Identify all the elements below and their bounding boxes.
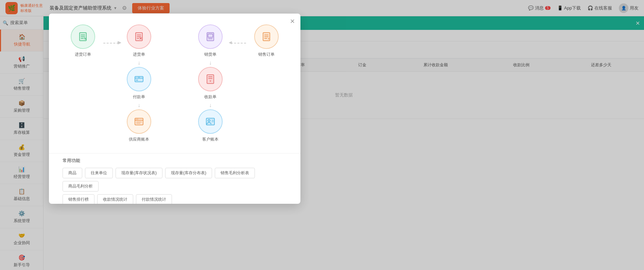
workflow-row-2: ¥ 付款单 ¥ (63, 67, 287, 100)
customer-icon (205, 116, 216, 127)
workflow-row-1: 进货订单 ▶ (63, 24, 287, 57)
wf-node-sales-bill[interactable]: 销货单 (190, 24, 231, 57)
svg-text:¥: ¥ (138, 76, 140, 79)
spacer-da2-right (246, 103, 287, 108)
svg-text:¥: ¥ (209, 79, 211, 83)
spacer-da2-2 (231, 103, 246, 108)
spacer-arrow-2 (231, 60, 246, 66)
wf-node-purchase-order[interactable]: 进货订单 (63, 24, 103, 57)
func-btn-product-profit[interactable]: 商品毛利分析 (63, 181, 99, 192)
sales-bill-icon (205, 31, 216, 42)
payment-icon: ¥ (134, 74, 144, 85)
svg-rect-23 (136, 79, 138, 81)
func-btn-row-1: 商品 往来单位 现存量(库存状况表) 现存量(库存分布表) 销售毛利分析表 商品… (63, 168, 287, 192)
spacer-da2-mid (159, 103, 190, 108)
modal-overlay[interactable]: ✕ (0, 0, 644, 270)
workflow-arrow-2: ◀ (231, 31, 246, 52)
wf-node-sales-order[interactable]: 销售订单 (246, 24, 287, 57)
wf-node-purchase-bill[interactable]: 进货单 (119, 24, 159, 57)
func-btn-product[interactable]: 商品 (63, 168, 82, 178)
func-btn-payment-stat[interactable]: 付款情况统计 (136, 194, 172, 204)
workflow-down-arrows-2: ↓ ↓ (63, 103, 287, 108)
spacer-right (246, 60, 287, 66)
common-functions: 常用功能 商品 往来单位 现存量(库存状况表) 现存量(库存分布表) 销售毛利分… (49, 153, 300, 204)
wf-node-receipt[interactable]: ¥ 收款单 (190, 67, 231, 100)
sales-bill-circle (198, 24, 223, 49)
spacer-da2-left (63, 103, 103, 108)
purchase-bill-circle (127, 24, 151, 49)
func-btn-sales-rank[interactable]: 销售排行榜 (63, 194, 94, 204)
receipt-label: 收款单 (204, 94, 216, 100)
func-btn-partner[interactable]: 往来单位 (85, 168, 113, 178)
workflow-diagram: 进货订单 ▶ (49, 14, 300, 150)
svg-rect-35 (136, 119, 138, 120)
func-btn-stock-status[interactable]: 现存量(库存状况表) (116, 168, 162, 178)
customer-circle (198, 109, 223, 134)
workflow-modal: ✕ (49, 14, 300, 204)
modal-close-button[interactable]: ✕ (290, 18, 295, 25)
workflow-row-3: 供应商账本 客户账本 (63, 109, 287, 142)
workflow-arrow-1: ▶ (103, 31, 119, 52)
down-arrow-customer: ↓ (190, 103, 231, 108)
wf-node-customer[interactable]: 客户账本 (190, 109, 231, 142)
sales-order-label: 销售订单 (258, 52, 275, 57)
wf-node-payment[interactable]: ¥ 付款单 (119, 67, 159, 100)
workflow-down-arrows: ↓ ↓ (63, 60, 287, 66)
sales-order-icon (261, 31, 272, 42)
wf-node-supplier[interactable]: 供应商账本 (119, 109, 159, 142)
purchase-order-label: 进货订单 (75, 52, 91, 57)
svg-point-5 (84, 38, 86, 40)
customer-label: 客户账本 (202, 137, 219, 142)
func-btn-stock-dist[interactable]: 现存量(库存分布表) (165, 168, 212, 178)
func-btn-sales-profit[interactable]: 销售毛利分析表 (215, 168, 255, 178)
spacer-arrow-1 (103, 60, 119, 66)
supplier-label: 供应商账本 (129, 137, 149, 142)
sales-bill-label: 销货单 (204, 52, 216, 57)
supplier-circle (127, 109, 151, 134)
func-btn-receipt-stat[interactable]: 收款情况统计 (97, 194, 133, 204)
sales-order-circle (254, 24, 279, 49)
receipt-icon: ¥ (205, 74, 216, 85)
common-func-title: 常用功能 (63, 158, 287, 164)
down-arrow-payment: ↓ (119, 60, 159, 66)
func-btn-row-2: 销售排行榜 收款情况统计 付款情况统计 (63, 194, 287, 204)
down-arrow-receipt: ↓ (190, 60, 231, 66)
spacer-da2-1 (103, 103, 119, 108)
payment-label: 付款单 (133, 94, 145, 100)
purchase-bill-label: 进货单 (133, 52, 145, 57)
down-arrow-supplier: ↓ (119, 103, 159, 108)
purchase-bill-icon (134, 31, 144, 42)
spacer-left (63, 60, 103, 66)
spacer-mid (159, 60, 190, 66)
supplier-icon (134, 116, 144, 127)
purchase-order-circle (71, 24, 95, 49)
receipt-circle: ¥ (198, 67, 223, 91)
purchase-order-icon (77, 31, 88, 42)
payment-circle: ¥ (127, 67, 151, 91)
